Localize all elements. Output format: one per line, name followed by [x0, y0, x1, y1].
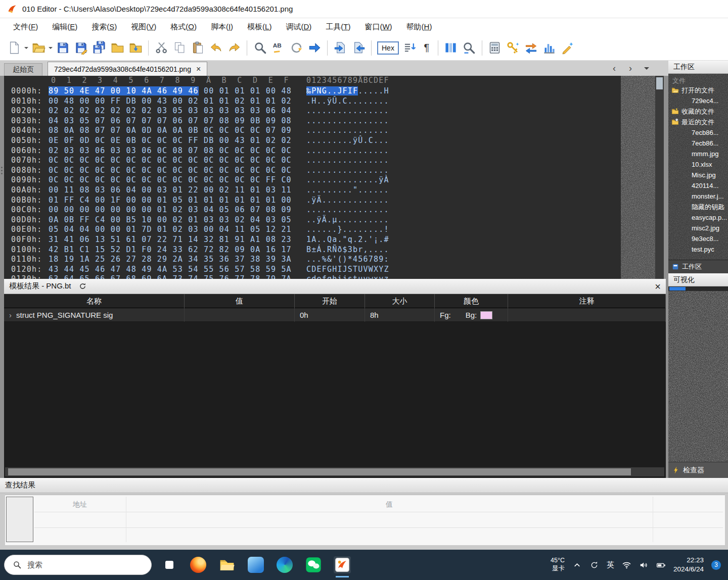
- ascii-text[interactable]: B±Á.RÑð$3br‚....: [306, 245, 389, 255]
- hex-row[interactable]: 0080h:0C 0C 0C 0C 0C 0C 0C 0C 0C 0C 0C 0…: [4, 166, 655, 176]
- menu-item[interactable]: 帮助(H): [399, 20, 439, 34]
- tab-close-icon[interactable]: [196, 65, 201, 73]
- ascii-text[interactable]: ...%&'()*456789:: [306, 255, 389, 265]
- workspace-file-item[interactable]: monster.j...: [668, 191, 728, 202]
- ascii-text[interactable]: ................: [306, 116, 389, 126]
- histogram-icon[interactable]: [540, 39, 559, 57]
- hex-row[interactable]: 0020h:02 02 02 02 02 02 02 03 05 03 03 0…: [4, 106, 655, 116]
- template-col-header[interactable]: 颜色: [435, 294, 508, 308]
- calculator-icon[interactable]: [486, 39, 504, 57]
- ascii-text[interactable]: ................: [306, 106, 389, 116]
- tab-start-page[interactable]: 起始页: [4, 63, 42, 76]
- visualization-scrollbar[interactable]: [668, 286, 728, 291]
- workspace-section[interactable]: 收藏的文件: [668, 106, 728, 117]
- key-icon[interactable]: [504, 39, 522, 57]
- ascii-text[interactable]: CDEFGHIJSTUVWXYZ: [306, 265, 389, 275]
- photos-icon[interactable]: [247, 556, 264, 573]
- hex-bytes[interactable]: 18 19 1A 25 26 27 28 29 2A 34 35 36 37 3…: [49, 255, 297, 265]
- gpu-temp-widget[interactable]: 45°C 显卡: [551, 557, 565, 572]
- hex-row[interactable]: 0070h:0C 0C 0C 0C 0C 0C 0C 0C 0C 0C 0C 0…: [4, 156, 655, 166]
- template-col-header[interactable]: 注释: [508, 294, 666, 308]
- template-row[interactable]: ›struct PNG_SIGNATURE sig0h8hFg:Bg:: [4, 308, 666, 322]
- hex-bytes[interactable]: 0C 0C 0C 0C 0C 0C 0C 0C 0C 0C 0C 0C 0C 0…: [49, 175, 297, 185]
- find-icon[interactable]: [251, 39, 269, 57]
- tab-next-icon[interactable]: [625, 63, 636, 74]
- hex-row[interactable]: 0000h:89 50 4E 47 00 10 4A 46 49 46 00 0…: [4, 86, 655, 96]
- goto-icon[interactable]: [305, 39, 324, 57]
- save-all-icon[interactable]: [90, 39, 108, 57]
- hex-bytes[interactable]: 43 44 45 46 47 48 49 4A 53 54 55 56 57 5…: [49, 265, 297, 275]
- firefox-icon[interactable]: [190, 556, 207, 573]
- o10editor-icon[interactable]: [334, 556, 351, 573]
- volume-icon[interactable]: [639, 560, 649, 570]
- hex-bytes[interactable]: 00 48 00 00 FF DB 00 43 00 02 01 01 02 0…: [49, 96, 297, 107]
- hex-bytes[interactable]: 0C 0C 0C 0C 0C 0C 0C 0C 0C 0C 0C 0C 0C 0…: [49, 166, 297, 176]
- hex-bytes[interactable]: 04 03 05 07 06 07 07 07 06 07 07 08 09 0…: [49, 116, 297, 126]
- replace-icon[interactable]: AB: [269, 39, 287, 57]
- ascii-text[interactable]: .........ÿÛ.C...: [306, 136, 389, 146]
- ascii-text[interactable]: ......}........!: [306, 225, 389, 235]
- undo-icon[interactable]: [207, 39, 225, 57]
- hex-row[interactable]: 0110h:18 19 1A 25 26 27 28 29 2A 34 35 3…: [4, 255, 655, 265]
- new-file-icon[interactable]: [5, 39, 23, 57]
- taskview-icon[interactable]: [161, 556, 178, 573]
- hex-bytes[interactable]: 08 0A 08 07 07 0A 0D 0A 0A 0B 0C 0C 0C 0…: [49, 126, 297, 136]
- notification-badge[interactable]: 3: [711, 560, 721, 570]
- ascii-text[interactable]: ................: [306, 126, 389, 136]
- hex-row[interactable]: 0100h:42 B1 C1 15 52 D1 F0 24 33 62 72 8…: [4, 245, 655, 255]
- template-col-header[interactable]: 大小: [365, 294, 435, 308]
- template-col-header[interactable]: 开始: [295, 294, 365, 308]
- wifi-icon[interactable]: [622, 560, 631, 570]
- clock-widget[interactable]: 22:23 2024/6/24: [673, 556, 704, 573]
- hex-bytes[interactable]: 63 64 65 66 67 68 69 6A 73 74 75 76 77 7…: [49, 274, 297, 279]
- save-icon[interactable]: [54, 39, 72, 57]
- operations-icon[interactable]: [559, 39, 577, 57]
- expand-chevron-icon[interactable]: ›: [9, 311, 12, 319]
- workspace-section[interactable]: 最近的文件: [668, 117, 728, 127]
- hex-row[interactable]: 00B0h:01 FF C4 00 1F 00 00 01 05 01 01 0…: [4, 196, 655, 206]
- hex-row[interactable]: 0130h:63 64 65 66 67 68 69 6A 73 74 75 7…: [4, 274, 655, 279]
- hex-bytes[interactable]: 0A 0B FF C4 00 B5 10 00 02 01 03 03 02 0…: [49, 215, 297, 225]
- ascii-text[interactable]: 1A..Qa."q.2.'¡.#: [306, 235, 389, 245]
- menu-item[interactable]: 模板(L): [240, 20, 279, 34]
- folder-import-icon[interactable]: [126, 39, 145, 57]
- hex-row[interactable]: 00A0h:00 11 08 03 06 04 00 03 01 22 00 0…: [4, 185, 655, 196]
- explorer-icon[interactable]: [218, 556, 236, 573]
- jump-out-icon[interactable]: [349, 39, 368, 57]
- splitter-handle[interactable]: [1, 167, 3, 180]
- hex-bytes[interactable]: 02 02 02 02 02 02 02 03 05 03 03 03 03 0…: [49, 106, 297, 116]
- workspace-file-item[interactable]: 420114...: [668, 180, 728, 191]
- hex-bytes[interactable]: 31 41 06 13 51 61 07 22 71 14 32 81 91 A…: [49, 235, 297, 245]
- hex-row[interactable]: 00F0h:31 41 06 13 51 61 07 22 71 14 32 8…: [4, 235, 655, 245]
- workspace-file-item[interactable]: 10.xlsx: [668, 159, 728, 170]
- hex-row[interactable]: 0120h:43 44 45 46 47 48 49 4A 53 54 55 5…: [4, 265, 655, 275]
- hex-bytes[interactable]: 05 04 04 00 00 01 7D 01 02 03 00 04 11 0…: [49, 225, 297, 235]
- workspace-file-item[interactable]: 7ecb86...: [668, 127, 728, 138]
- hex-vertical-scrollbar[interactable]: [655, 76, 664, 279]
- hex-row[interactable]: 00E0h:05 04 04 00 00 01 7D 01 02 03 00 0…: [4, 225, 655, 235]
- hex-row[interactable]: 0040h:08 0A 08 07 07 0A 0D 0A 0A 0B 0C 0…: [4, 126, 655, 136]
- menu-item[interactable]: 工具(T): [318, 20, 357, 34]
- tab-list-icon[interactable]: [641, 63, 652, 74]
- hex-bytes[interactable]: 42 B1 C1 15 52 D1 F0 24 33 62 72 82 09 0…: [49, 245, 297, 255]
- ascii-text[interactable]: ..ÿÄ.µ..........: [306, 215, 389, 225]
- wechat-icon[interactable]: [305, 556, 322, 573]
- ascii-text[interactable]: cdefghijstuvwxyz: [306, 274, 389, 279]
- hex-editor[interactable]: 0 1 2 3 4 5 6 7 8 9 Å B C D E F 01234567…: [4, 76, 655, 279]
- hex-row[interactable]: 0090h:0C 0C 0C 0C 0C 0C 0C 0C 0C 0C 0C 0…: [4, 175, 655, 185]
- workspace-bottom-tab[interactable]: 工作区: [668, 260, 728, 273]
- open-folder-icon[interactable]: [29, 39, 48, 57]
- menu-item[interactable]: 窗口(W): [357, 20, 399, 34]
- menu-item[interactable]: 搜索(S): [84, 20, 124, 34]
- ascii-selection[interactable]: ‰PNG..JFIF: [306, 86, 358, 95]
- jump-in-icon[interactable]: [331, 39, 349, 57]
- paste-icon[interactable]: [189, 39, 207, 57]
- hex-bytes[interactable]: 01 FF C4 00 1F 00 00 01 05 01 01 01 01 0…: [49, 196, 297, 206]
- scrollbar-thumb[interactable]: [656, 77, 663, 89]
- hex-bytes[interactable]: 0C 0C 0C 0C 0C 0C 0C 0C 0C 0C 0C 0C 0C 0…: [49, 156, 297, 166]
- hex-bytes[interactable]: 02 03 03 06 03 03 06 0C 08 07 08 0C 0C 0…: [49, 146, 297, 156]
- workspace-file-item[interactable]: test.pyc: [668, 244, 728, 255]
- menu-item[interactable]: 编辑(E): [45, 20, 84, 34]
- bg-color-swatch[interactable]: [480, 311, 492, 319]
- folder-icon[interactable]: [108, 39, 126, 57]
